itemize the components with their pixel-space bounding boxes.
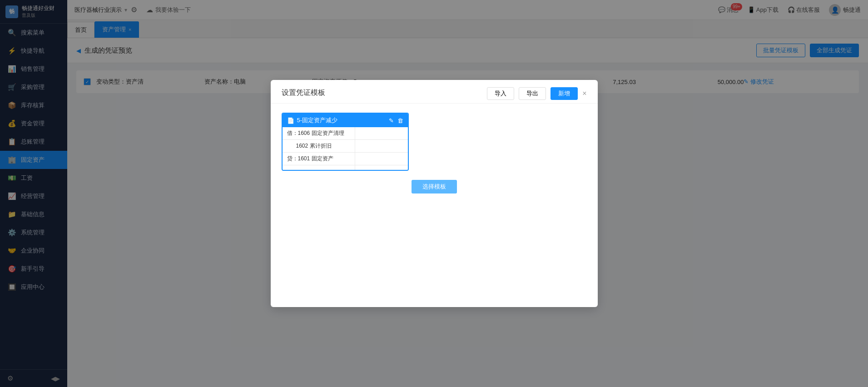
template-row-3: 贷：1601 固定资产	[283, 153, 408, 165]
template-rows: 借：1606 固定资产清理 1602 累计折旧 贷：1601 固定资产	[283, 127, 408, 170]
row-val-4	[355, 165, 408, 170]
template-card-actions: ✎ 🗑	[389, 117, 403, 124]
import-button[interactable]: 导入	[487, 87, 514, 100]
row-label-4	[283, 165, 355, 170]
dialog: 设置凭证模板 导入 导出 新增 × 📄 5-固定资产减少 ✎ 🗑	[271, 80, 598, 307]
template-doc-icon: 📄	[287, 117, 294, 124]
row-val-2	[355, 140, 408, 152]
template-name: 5-固定资产减少	[297, 116, 338, 124]
template-delete-icon[interactable]: 🗑	[397, 117, 403, 124]
dialog-overlay: 设置凭证模板 导入 导出 新增 × 📄 5-固定资产减少 ✎ 🗑	[0, 0, 868, 387]
template-row-1: 借：1606 固定资产清理	[283, 127, 408, 140]
row-label-3: 贷：1601 固定资产	[283, 153, 355, 165]
dialog-body: 📄 5-固定资产减少 ✎ 🗑 借：1606 固定资产清理 1602 累计折旧	[271, 104, 598, 203]
template-card-title: 📄 5-固定资产减少	[287, 116, 338, 124]
select-template-button[interactable]: 选择模板	[412, 180, 457, 194]
template-card-header: 📄 5-固定资产减少 ✎ 🗑	[283, 114, 408, 127]
row-val-3	[355, 153, 408, 165]
export-button[interactable]: 导出	[519, 87, 546, 100]
row-label-1: 借：1606 固定资产清理	[283, 127, 355, 139]
row-label-2: 1602 累计折旧	[283, 140, 355, 152]
dialog-toolbar: 导入 导出 新增 ×	[487, 87, 586, 100]
template-edit-icon[interactable]: ✎	[389, 117, 394, 124]
close-icon[interactable]: ×	[582, 90, 586, 97]
template-card: 📄 5-固定资产减少 ✎ 🗑 借：1606 固定资产清理 1602 累计折旧	[282, 113, 409, 171]
new-button[interactable]: 新增	[551, 87, 578, 100]
template-select-section: 选择模板	[282, 180, 587, 194]
dialog-title: 设置凭证模板	[282, 88, 325, 98]
template-row-4	[283, 165, 408, 170]
row-val-1	[355, 127, 408, 139]
template-row-2: 1602 累计折旧	[283, 140, 408, 153]
